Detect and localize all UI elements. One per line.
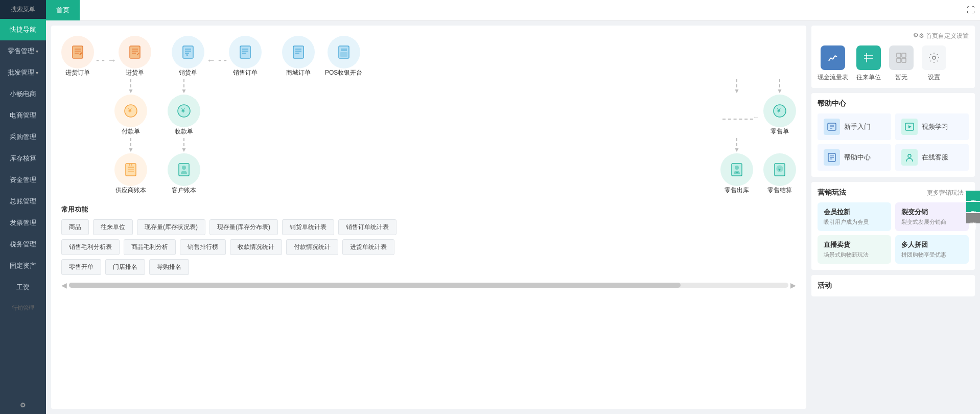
- flow-node-purchase-order[interactable]: 进货订单: [61, 36, 94, 77]
- func-buttons-row2: 销售毛利分析表 商品毛利分析 销售排行榜 收款情况统计 付款情况统计 进货单统计…: [61, 239, 796, 255]
- flow-node-payment-voucher[interactable]: ¥ 付款单: [114, 95, 147, 136]
- marketing-item-split[interactable]: 裂变分销 裂变式发展分销商: [895, 202, 969, 231]
- flow-node-supplier-account[interactable]: 供应商账本: [114, 153, 147, 195]
- settings-icon: [922, 45, 946, 70]
- help-item-video[interactable]: 视频学习: [895, 113, 969, 140]
- sidebar-item-quick-nav[interactable]: 快捷导航: [0, 19, 46, 40]
- marketing-item-desc: 拼团购物享受优惠: [901, 251, 963, 259]
- qa-item-settings[interactable]: 设置: [922, 45, 946, 82]
- help-title: 帮助中心: [818, 99, 969, 108]
- sidebar-item-tax[interactable]: 税务管理: [0, 234, 46, 255]
- scroll-thumb[interactable]: [69, 283, 681, 288]
- sidebar-item-ecommerce[interactable]: 电商管理: [0, 105, 46, 126]
- marketing-item-desc: 场景式购物新玩法: [824, 251, 885, 259]
- sidebar-item-label: 行销管理: [12, 304, 34, 312]
- home-tab[interactable]: 首页: [46, 0, 80, 20]
- help-item-help[interactable]: 帮助中心: [818, 144, 891, 171]
- float-buttons: 客服热线 服务社区 桌面快捷: [966, 191, 980, 223]
- flow-node-customer-account[interactable]: 客户账本: [168, 153, 200, 195]
- node-label: 商城订单: [286, 68, 311, 77]
- flow-node-pos[interactable]: POS收银开台: [325, 36, 362, 77]
- sidebar-item-purchase[interactable]: 采购管理: [0, 126, 46, 148]
- qa-item-contacts[interactable]: 往来单位: [856, 45, 881, 82]
- sidebar-item-retail[interactable]: 零售管理 ▾: [0, 40, 46, 62]
- help-center-section: 帮助中心 新手入门: [811, 93, 975, 177]
- cash-flow-icon: [821, 45, 845, 70]
- marketing-item-group[interactable]: 多人拼团 拼团购物享受优惠: [895, 235, 969, 264]
- sidebar-item-wholesale[interactable]: 批发管理 ▾: [0, 62, 46, 83]
- sidebar-settings-button[interactable]: ⚙: [0, 396, 46, 414]
- sidebar-item-label: 固定资产: [10, 261, 36, 270]
- func-btn-sales-order-stats[interactable]: 销售订单统计表: [338, 219, 396, 235]
- svg-rect-24: [340, 52, 347, 57]
- func-btn-goods[interactable]: 商品: [61, 219, 89, 235]
- qa-item-none[interactable]: 暂无: [889, 45, 914, 82]
- homepage-customize-button[interactable]: ⚙ ⚙ 首页自定义设置: [818, 32, 969, 40]
- sidebar-item-salary[interactable]: 工资: [0, 277, 46, 298]
- flow-node-sales-receipt[interactable]: ¥ 销货单: [172, 36, 204, 77]
- sidebar-search[interactable]: 搜索菜单: [0, 0, 46, 19]
- svg-marker-64: [908, 125, 912, 128]
- sidebar-item-more[interactable]: 行销管理: [0, 298, 46, 318]
- func-btn-payment-stats[interactable]: 付款情况统计: [286, 239, 338, 255]
- sidebar-item-finance[interactable]: 资金管理: [0, 169, 46, 191]
- help-item-label: 帮助中心: [844, 153, 871, 162]
- float-community[interactable]: 服务社区: [966, 202, 980, 212]
- marketing-item-member[interactable]: 会员拉新 吸引用户成为会员: [818, 202, 891, 231]
- sidebar-item-label: 资金管理: [10, 175, 36, 185]
- func-btn-store-rank[interactable]: 门店排名: [105, 259, 145, 275]
- qa-label: 往来单位: [856, 73, 881, 82]
- func-btn-contacts[interactable]: 往来单位: [93, 219, 133, 235]
- help-item-beginner[interactable]: 新手入门: [818, 113, 891, 140]
- node-label: 客户账本: [172, 186, 196, 195]
- func-btn-sales-stats[interactable]: 销货单统计表: [282, 219, 334, 235]
- marketing-title: 营销玩法: [818, 188, 846, 197]
- quick-access-icons: 现金流量表 往来单位: [818, 45, 969, 82]
- scroll-right-button[interactable]: ▶: [790, 281, 796, 289]
- sidebar-item-general-ledger[interactable]: 总账管理: [0, 191, 46, 212]
- func-btn-sales-gross[interactable]: 销售毛利分析表: [61, 239, 120, 255]
- flow-node-sales-order[interactable]: 销售订单: [229, 36, 262, 77]
- flow-node-receipt-voucher[interactable]: ¥ 收款单: [168, 95, 200, 136]
- marketing-item-title: 多人拼团: [901, 240, 963, 249]
- sidebar-item-label: 电商管理: [10, 111, 36, 120]
- float-desktop[interactable]: 桌面快捷: [966, 213, 980, 223]
- flow-node-mall-order[interactable]: 商城订单: [282, 36, 315, 77]
- tab-label: 首页: [56, 6, 69, 15]
- sidebar: 搜索菜单 快捷导航 零售管理 ▾ 批发管理 ▾ 小畅电商 电商管理 采购管理 库…: [0, 0, 46, 414]
- float-customer-service[interactable]: 客服热线: [966, 191, 980, 201]
- scroll-track[interactable]: [69, 283, 788, 288]
- func-btn-sales-rank[interactable]: 销售排行榜: [180, 239, 226, 255]
- marketing-item-live[interactable]: 直播卖货 场景式购物新玩法: [818, 235, 891, 264]
- help-item-online-service[interactable]: 在线客服: [895, 144, 969, 171]
- flow-node-retail-order[interactable]: ¥ 零售单: [763, 95, 796, 136]
- sidebar-item-inventory[interactable]: 库存核算: [0, 148, 46, 169]
- marketing-header: 营销玩法 更多营销玩法 >: [818, 188, 969, 197]
- help-doc-icon: [824, 149, 840, 166]
- func-btn-receipt-stats[interactable]: 收款情况统计: [230, 239, 282, 255]
- sidebar-item-xiaochang[interactable]: 小畅电商: [0, 83, 46, 105]
- flow-node-purchase-receipt[interactable]: 进货单: [119, 36, 151, 77]
- svg-rect-31: [126, 164, 136, 176]
- sidebar-item-fixed-assets[interactable]: 固定资产: [0, 255, 46, 277]
- func-btn-retail-order[interactable]: 零售开单: [61, 259, 101, 275]
- flow-node-retail-settlement[interactable]: ¥ 零售结算: [763, 153, 796, 195]
- func-btn-purchase-stats[interactable]: 进货单统计表: [342, 239, 394, 255]
- sidebar-item-invoice[interactable]: 发票管理: [0, 212, 46, 234]
- func-btn-inventory-status[interactable]: 现存量(库存状况表): [137, 219, 205, 235]
- func-btn-guide-rank[interactable]: 导购排名: [149, 259, 189, 275]
- svg-rect-56: [897, 58, 901, 62]
- expand-button[interactable]: ⛶: [962, 6, 980, 15]
- sidebar-item-label: 快捷导航: [10, 25, 36, 34]
- marketing-more-button[interactable]: 更多营销玩法 >: [927, 189, 969, 197]
- func-btn-inventory-dist[interactable]: 现存量(库存分布表): [209, 219, 278, 235]
- sidebar-item-label: 税务管理: [10, 240, 36, 249]
- chevron-down-icon: ▾: [36, 49, 38, 54]
- func-btn-goods-gross[interactable]: 商品毛利分析: [124, 239, 176, 255]
- scroll-left-button[interactable]: ◀: [61, 281, 67, 289]
- svg-rect-50: [864, 53, 873, 62]
- flow-node-retail-outbound[interactable]: 零售出库: [720, 153, 753, 195]
- qa-label: 暂无: [895, 73, 907, 82]
- qa-item-cash-flow[interactable]: 现金流量表: [818, 45, 848, 82]
- horizontal-scrollbar[interactable]: ◀ ▶: [61, 281, 796, 289]
